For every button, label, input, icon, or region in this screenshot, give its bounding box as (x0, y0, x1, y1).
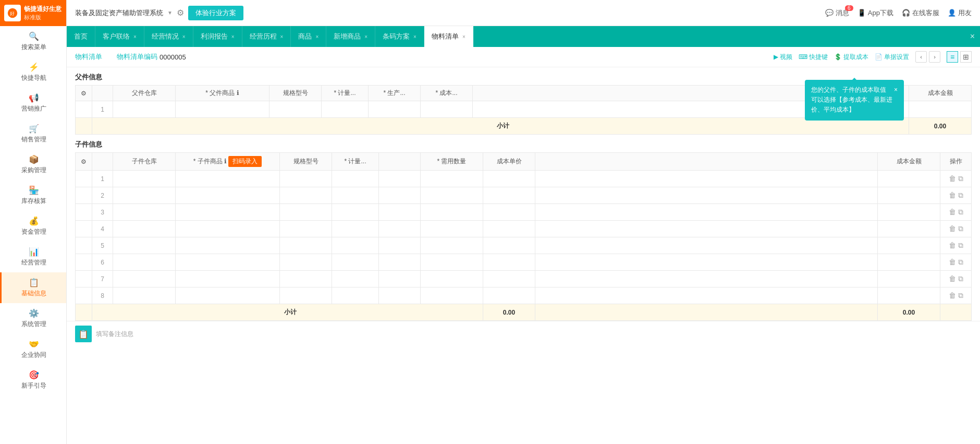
child-row-1-goods[interactable] (176, 171, 280, 187)
parent-row-1-warehouse[interactable] (113, 101, 176, 118)
sidebar-item-search[interactable]: 🔍 搜索菜单 (0, 26, 66, 57)
grid-view-button[interactable]: ⊞ (960, 51, 972, 63)
scan-button[interactable]: 扫码录入 (228, 156, 262, 167)
sidebar-item-guide[interactable]: 🎯 新手引导 (0, 365, 66, 395)
child-row-2-warehouse[interactable] (113, 187, 176, 204)
prev-arrow[interactable]: ‹ (915, 51, 927, 63)
system-dropdown-arrow[interactable]: ▼ (167, 10, 173, 16)
delete-icon[interactable]: 🗑 (949, 191, 956, 200)
page-header: 物料清单 物料清单编码 0000005 ▶ 视频 ⌨ 快捷键 💲 提取成本 (67, 47, 980, 67)
tab-customer[interactable]: 客户联络 × (95, 26, 144, 47)
copy-icon[interactable]: ⧉ (958, 224, 963, 233)
child-row-2-goods[interactable] (176, 187, 280, 204)
sidebar-item-purchase[interactable]: 📦 采购管理 (0, 149, 66, 180)
gear-icon: ⚙️ (29, 308, 39, 318)
copy-icon[interactable]: ⧉ (958, 191, 963, 200)
child-row-2-unit[interactable] (332, 187, 379, 204)
extract-cost-button[interactable]: 💲 提取成本 (834, 53, 868, 62)
delete-icon[interactable]: 🗑 (949, 174, 956, 183)
sidebar-item-sales[interactable]: 🛒 销售管理 (0, 118, 66, 149)
tab-close-icon[interactable]: × (364, 34, 368, 40)
sidebar-item-quick-nav[interactable]: ⚡ 快捷导航 (0, 57, 66, 88)
child-subtotal-label: 小计 (92, 304, 483, 321)
parent-row-1-cost[interactable] (421, 101, 473, 118)
close-all-tabs-button[interactable]: × (965, 32, 980, 41)
tooltip-close-button[interactable]: × (894, 85, 898, 95)
child-col-settings[interactable]: ⚙ (76, 153, 92, 171)
copy-icon[interactable]: ⧉ (958, 274, 963, 283)
sidebar-item-system[interactable]: ⚙️ 系统管理 (0, 303, 66, 334)
tab-profit[interactable]: 利润报告 × (193, 26, 242, 47)
child-row-1-price[interactable] (483, 171, 535, 187)
sidebar-item-inventory[interactable]: 🏪 库存核算 (0, 180, 66, 211)
settings-icon[interactable]: ⚙ (177, 8, 184, 18)
note-icon[interactable]: 📋 (75, 326, 92, 342)
online-service-button[interactable]: 🎧 在线客服 (902, 8, 939, 18)
parent-row-1-production[interactable] (369, 101, 421, 118)
parent-col-settings[interactable]: ⚙ (76, 86, 92, 101)
message-button[interactable]: 💬 消息 6 (825, 8, 849, 18)
app-download-button[interactable]: 📱 App下载 (858, 8, 893, 18)
user-menu[interactable]: 👤 用友 (948, 8, 972, 18)
delete-icon[interactable]: 🗑 (949, 258, 956, 267)
tab-close-icon[interactable]: × (280, 34, 284, 40)
child-row-1-unit[interactable] (332, 171, 379, 187)
message-icon: 💬 (825, 9, 834, 17)
child-row-1-warehouse[interactable] (113, 171, 176, 187)
parent-row-1-spec[interactable] (270, 101, 322, 118)
message-badge: 6 (845, 5, 853, 11)
delete-icon[interactable]: 🗑 (949, 241, 956, 250)
child-row-2-qty[interactable] (421, 187, 483, 204)
view-button[interactable]: ▶ 视频 (774, 53, 792, 62)
tab-bom[interactable]: 物料清单 × (424, 26, 473, 47)
sidebar-item-marketing[interactable]: 📢 营销推广 (0, 88, 66, 118)
delete-icon[interactable]: 🗑 (949, 224, 956, 233)
delete-icon[interactable]: 🗑 (949, 274, 956, 283)
tab-goods[interactable]: 商品 × (291, 26, 326, 47)
tab-close-icon[interactable]: × (315, 34, 318, 40)
child-row-1: 1 🗑 (76, 171, 972, 187)
child-row-2-num: 2 (92, 187, 113, 204)
child-col-qty: * 需用数量 (421, 153, 483, 171)
copy-icon[interactable]: ⧉ (958, 208, 963, 217)
delete-icon[interactable]: 🗑 (949, 208, 956, 217)
copy-icon[interactable]: ⧉ (958, 291, 963, 300)
tab-close-icon[interactable]: × (413, 34, 416, 40)
tab-barcode[interactable]: 条码方案 × (375, 26, 424, 47)
top-header: 装备及固定资产辅助管理系统 ▼ ⚙ 体验行业方案 💬 消息 6 📱 App下载 … (67, 0, 980, 26)
tab-close-icon[interactable]: × (231, 34, 235, 40)
child-subtotal-amount1: 0.00 (483, 304, 535, 321)
parent-row-1-goods[interactable] (176, 101, 270, 118)
trial-button[interactable]: 体验行业方案 (188, 6, 243, 20)
tab-home[interactable]: 首页 (67, 26, 95, 47)
target-icon: 🎯 (29, 370, 39, 380)
sidebar-item-finance[interactable]: 💰 资金管理 (0, 211, 66, 242)
copy-icon[interactable]: ⧉ (958, 174, 963, 183)
tab-add-goods[interactable]: 新增商品 × (326, 26, 375, 47)
svg-text:好: 好 (10, 11, 15, 16)
copy-icon[interactable]: ⧉ (958, 258, 963, 267)
sidebar-item-collab[interactable]: 🤝 企业协同 (0, 334, 66, 365)
child-row-2: 2 🗑⧉ (76, 187, 972, 204)
shortcut-button[interactable]: ⌨ 快捷键 (799, 53, 828, 62)
sidebar-item-basic-info[interactable]: 📋 基础信息 (0, 272, 66, 303)
parent-row-1-unit[interactable] (322, 101, 369, 118)
tab-history[interactable]: 经营历程 × (242, 26, 291, 47)
tab-close-icon[interactable]: × (462, 34, 466, 40)
child-row-1-qty[interactable] (421, 171, 483, 187)
copy-icon[interactable]: ⧉ (958, 241, 963, 250)
next-arrow[interactable]: › (929, 51, 940, 63)
tab-close-icon[interactable]: × (133, 34, 137, 40)
breadcrumb-bom[interactable]: 物料清单 (75, 52, 102, 62)
content-area: 物料清单 物料清单编码 0000005 ▶ 视频 ⌨ 快捷键 💲 提取成本 (67, 47, 980, 444)
list-view-button[interactable]: ≡ (947, 51, 958, 63)
single-settings-button[interactable]: 📄 单据设置 (875, 53, 909, 62)
child-row-1-spec[interactable] (280, 171, 332, 187)
child-row-3: 3 🗑⧉ (76, 204, 972, 221)
child-row-2-price[interactable] (483, 187, 535, 204)
tab-operations[interactable]: 经营情况 × (144, 26, 193, 47)
tab-close-icon[interactable]: × (182, 34, 186, 40)
sidebar-item-operations[interactable]: 📊 经营管理 (0, 242, 66, 272)
child-row-2-spec[interactable] (280, 187, 332, 204)
delete-icon[interactable]: 🗑 (949, 291, 956, 300)
